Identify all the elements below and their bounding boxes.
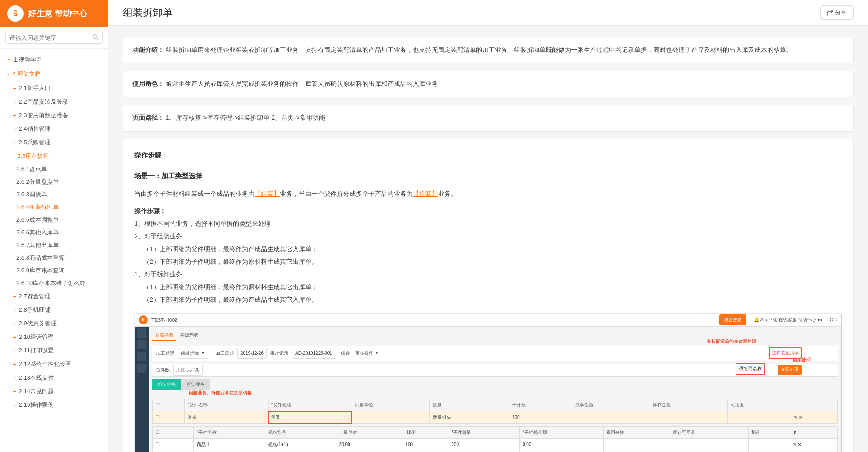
mock-label-batchno: 批次记录 <box>270 349 288 358</box>
mock-side-icon-2 <box>137 340 146 349</box>
sidebar-item-2-11[interactable]: + 2.11打印设置 <box>0 344 108 357</box>
mock-tab-list: 单据列表 <box>178 330 201 341</box>
sidebar-item-label-docs: 2.帮助文档 <box>12 70 41 78</box>
annotation-2: 组装业务、拆卸业务在这里切换 <box>189 389 252 398</box>
sidebar-item-2-6[interactable]: - 2.6库存核算 <box>0 149 108 163</box>
sidebar-item-2-15[interactable]: + 2.15操作案例 <box>0 398 108 412</box>
mock-logo: 6 <box>139 315 148 324</box>
sidebar-item-2-6-3[interactable]: 2.6.3调拨单 <box>0 188 108 201</box>
mock-td-check-1: ☐ <box>153 411 185 424</box>
scenario1-steps-title: 操作步骤： <box>134 205 842 217</box>
sidebar-item-2-14[interactable]: + 2.14常见问题 <box>0 385 108 398</box>
sidebar-item-2-6-2[interactable]: 2.6.2分量盘点单 <box>0 176 108 188</box>
nav-group-videos: + 1.视频学习 <box>0 52 108 67</box>
share-icon <box>827 10 833 16</box>
mock-nav-btn: 我要进货 <box>719 314 746 325</box>
sidebar-item-2-7[interactable]: + 2.7资金管理 <box>0 290 108 303</box>
steps-block: 操作步骤： 场景一：加工类型选择 当由多个子件材料组装成一个成品的业务为【组装】… <box>123 139 854 452</box>
expand-icon-2-4: + <box>13 126 16 133</box>
step2: 2、对于组装业务 <box>134 230 842 243</box>
annotation-1: 有装配清单的在这里处理 <box>707 337 756 346</box>
sidebar-item-2-6-5[interactable]: 2.6.5成本调整单 <box>0 214 108 226</box>
sidebar-item-2-10[interactable]: + 2.10经营管理 <box>0 330 108 344</box>
mock-ltd-unit-1: 20.00 <box>336 438 402 451</box>
link-assembly[interactable]: 【组装】 <box>255 190 280 197</box>
expand-icon-2-7: + <box>13 293 16 300</box>
logo-area: 6 好生意 帮助中心 <box>0 0 108 27</box>
sidebar-item-2-6-6[interactable]: 2.6.6其他入库单 <box>0 226 108 239</box>
sidebar-item-2-6-1[interactable]: 2.6.1盘点单 <box>0 163 108 176</box>
sidebar-item-label-videos: 1.视频学习 <box>14 56 42 64</box>
sidebar-item-2-9[interactable]: + 2.9优惠券管理 <box>0 317 108 330</box>
sidebar-item-label-2-4: 2.4销售管理 <box>19 125 51 133</box>
mock-th-price: 子件数 <box>509 399 572 411</box>
search-input[interactable] <box>9 34 92 41</box>
mock-lower-table-wrap: ☐ *子件名称 规格型号 计量单位 *比例 *子件总量 *子件总金额 费用分摊 <box>152 426 838 452</box>
mock-lth-stock: 库存可用量 <box>670 426 748 438</box>
screenshot-container: 6 TEST-H002 我要进货 🔔 App下载 在线客服 帮助中心 ●● C … <box>134 313 842 452</box>
mock-lth-extra: ⬆ <box>790 426 837 438</box>
sidebar-item-2-2[interactable]: + 2.2产品安装及登录 <box>0 95 108 109</box>
sidebar: 6 好生意 帮助中心 + 1.视频学习 - 2.帮助文档 <box>0 0 108 452</box>
share-button[interactable]: 分享 <box>820 5 854 20</box>
sidebar-item-2-6-10[interactable]: 2.6.10库存账本错了怎么办 <box>0 277 108 290</box>
mock-ltd-spec-1: 规格(1+1) <box>265 438 336 451</box>
mock-apply-btn: 立即处理 <box>778 365 802 375</box>
mock-th-avail2: 可用量 <box>728 399 791 411</box>
mock-toolbar-1: 加工类型 组装拆卸 ▼ 加工日期 2019-12-26 批次记录 AD-2019… <box>152 346 838 361</box>
sidebar-item-videos[interactable]: + 1.视频学习 <box>0 52 108 67</box>
mock-tab-active: 新建单据 <box>152 330 176 341</box>
search-box[interactable] <box>5 32 103 44</box>
mock-th-name: *父件名称 <box>185 399 269 411</box>
mock-td-price-1: 100 <box>509 411 572 424</box>
sidebar-item-2-3[interactable]: + 2.3使用前数据准备 <box>0 109 108 122</box>
sidebar-item-label-2-7: 2.7资金管理 <box>19 292 51 300</box>
2-6-sub-items: 2.6.1盘点单 2.6.2分量盘点单 2.6.3调拨单 2.6.4组装拆卸单 … <box>0 163 108 290</box>
mock-th-spec: *父件规格 <box>268 399 352 411</box>
expand-icon-videos: + <box>7 56 11 63</box>
sidebar-item-label-2-9: 2.9优惠券管理 <box>19 319 57 328</box>
mock-th-unit: 计量单位 <box>352 399 429 411</box>
expand-icon-2-13: + <box>13 375 16 381</box>
search-icon[interactable] <box>92 34 99 42</box>
sidebar-item-docs[interactable]: - 2.帮助文档 <box>0 67 108 81</box>
sidebar-item-2-6-4[interactable]: 2.6.4组装拆卸单 <box>0 201 108 214</box>
sidebar-item-2-13[interactable]: + 2.13在线支付 <box>0 371 108 385</box>
sidebar-item-2-12[interactable]: + 2.12系统个性化设置 <box>0 357 108 371</box>
sidebar-item-2-6-8[interactable]: 2.6.8商品成本重算 <box>0 252 108 264</box>
mock-tab-assembly: 组装业务 <box>152 379 181 390</box>
mock-confirm-btn: 立即处理 <box>778 365 802 375</box>
mock-lth-spec: 规格型号 <box>265 426 336 438</box>
sidebar-item-2-1[interactable]: + 2.1新手入门 <box>0 81 108 95</box>
sidebar-item-label-2-8: 2.8手机旺铺 <box>19 306 51 314</box>
path-block: 页面路径： 1、库存核算->库存管理->组装拆卸单 2、首页->常用功能 <box>123 105 854 131</box>
mock-lth-count: *子件总量 <box>448 426 520 438</box>
sidebar-item-2-6-7[interactable]: 2.6.7其他出库单 <box>0 239 108 252</box>
mock-label-qty: 总件数 <box>156 366 170 375</box>
mock-ltd-stock-1 <box>670 438 748 451</box>
content-area: 功能介绍： 组装拆卸单用来处理企业组装或拆卸等加工业务，支持有固定装配清单的产品… <box>108 26 868 452</box>
sidebar-item-2-6-9[interactable]: 2.6.9库存账本查询 <box>0 264 108 277</box>
mock-td-stock-1 <box>650 411 728 424</box>
mock-ltd-edit-1: ✎ ✕ <box>790 438 837 451</box>
sidebar-item-label-2-1: 2.1新手入门 <box>19 84 51 92</box>
mock-lth-check: ☐ <box>153 426 194 438</box>
sidebar-item-2-8[interactable]: + 2.8手机旺铺 <box>0 303 108 317</box>
mock-ltd-price-1: 0.00 <box>519 438 603 451</box>
expand-icon-2-8: + <box>13 307 16 314</box>
sidebar-item-label-2-12: 2.12系统个性化设置 <box>19 360 71 368</box>
svg-line-1 <box>97 38 99 40</box>
function-intro-label: 功能介绍： <box>132 46 164 53</box>
link-disassembly[interactable]: 【拆卸】 <box>413 190 438 197</box>
expand-icon-2-6: - <box>13 153 14 160</box>
mock-content-area: 新建单据 单据列表 加工类型 组装拆卸 ▼ 加工日期 2019-12-26 <box>149 327 841 452</box>
mock-lower-row-1: ☐ 商品 1 规格(1+1) 20.00 160 200 0.00 <box>153 438 838 451</box>
mock-side-icon-3 <box>137 352 146 361</box>
mock-ltd-check-1: ☐ <box>153 438 194 451</box>
path-label: 页面路径： <box>132 114 164 121</box>
sidebar-item-2-5[interactable]: + 2.5采购管理 <box>0 136 108 149</box>
sidebar-item-2-4[interactable]: + 2.4销售管理 <box>0 122 108 136</box>
expand-icon-2-12: + <box>13 361 16 368</box>
scenario1-desc: 当由多个子件材料组装成一个成品的业务为【组装】业务，当由一个父件拆分成多个子产品… <box>134 187 842 200</box>
mock-td-name-1: 米米 <box>185 411 269 424</box>
